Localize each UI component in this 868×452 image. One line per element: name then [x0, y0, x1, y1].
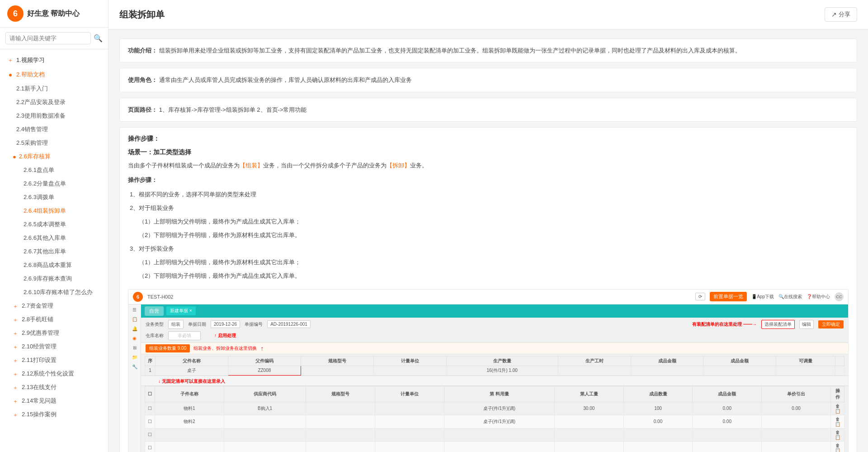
- sidebar-item-operation[interactable]: ＋ 2.10经营管理: [0, 340, 108, 353]
- plus-icon: ＋: [7, 57, 14, 63]
- path-text: 1、库存核算->库存管理->组装拆卸单 2、首页->常用功能: [159, 106, 307, 113]
- sidebar-item-faq[interactable]: ＋ 2.14常见问题: [0, 394, 108, 408]
- sidebar-item-purchase[interactable]: 2.5采购管理: [0, 136, 108, 150]
- mock-form-row1: 业务类型 组装 单据日期 2019-12-26 单据编号 AD-20191226…: [146, 320, 844, 329]
- sidebar-item-stockdivide[interactable]: 2.6.2分量盘点单: [0, 177, 108, 190]
- share-label: 分享: [839, 10, 850, 19]
- th-amount2: 成品金额: [703, 356, 776, 366]
- mock-bottom-table: ☐ 子件名称 供应商代码 规格型号 计量单位 第 料用量 第人工量 成品数量: [145, 386, 844, 452]
- mock-confirm-btn[interactable]: 立即确定: [818, 320, 844, 328]
- mock-date-label: 单据日期: [188, 321, 206, 328]
- annotation-direct-entry: ↓ 无固定清单可以直接在这里录入: [158, 379, 225, 384]
- th-parent-code: 父件编码: [228, 356, 301, 366]
- td-amount2: [703, 366, 776, 375]
- sidebar-item-payment[interactable]: ＋ 2.13在线支付: [0, 381, 108, 394]
- mock-bom-select-btn[interactable]: 选择装配清单: [761, 320, 795, 329]
- mock-tab-new[interactable]: 新建单据 ×: [166, 306, 196, 315]
- main-content: 组装拆卸单 ↗ 分享 功能介绍： 组装拆卸单用来处理企业组装或拆卸等加工业务，支…: [108, 0, 868, 452]
- search-input[interactable]: [5, 32, 91, 44]
- mock-annotation-row: 组装业务数量 9.00 组装业务、拆卸业务在这里切换 ↑: [141, 343, 848, 354]
- sidebar-item-sales[interactable]: 2.4销售管理: [0, 123, 108, 136]
- sidebar-item-stocktake[interactable]: 2.6.1盘点单: [0, 163, 108, 177]
- sidebar-item-inventory[interactable]: ● 2.6库存核算: [0, 150, 108, 163]
- sidebar-item-inother[interactable]: 2.6.6其他入库单: [0, 231, 108, 245]
- sidebar-item-newcomer[interactable]: 2.1新手入门: [0, 82, 108, 95]
- mock-bottom-table-body: ☐ 物料1 B购入1 桌子(件/1升)(调) 30.00 100: [145, 402, 844, 452]
- step1: 1、根据不同的业务，选择不同单据的类型来处理: [130, 189, 849, 200]
- function-intro-block: 功能介绍： 组装拆卸单用来处理企业组装或拆卸等加工业务，支持有固定装配清单的产品…: [119, 38, 857, 62]
- sidebar-item-inventory-label: 2.6库存核算: [19, 152, 51, 161]
- mock-main-area: 自营 新建单据 × 业务类型 组装 单据日期 2019-12-2: [141, 305, 848, 452]
- table-row: ☐🗑 📋: [145, 441, 844, 452]
- page-title: 组装拆卸单: [119, 9, 165, 21]
- sidebar-item-sysconfig[interactable]: ＋ 2.12系统个性化设置: [0, 367, 108, 381]
- sidebar-item-stockerr[interactable]: 2.6.10库存账本错了怎么办: [0, 285, 108, 299]
- th-unit2: 计量单位: [375, 386, 444, 402]
- annotation-switch: 组装业务、拆卸业务在这里切换: [193, 345, 257, 352]
- operations-section: 操作步骤： 场景一：加工类型选择 当由多个子件材料组装成一个成品的业务为【组装】…: [119, 127, 857, 452]
- mock-tab-self[interactable]: 自营: [145, 306, 164, 316]
- mock-warehouse-input[interactable]: 非必填: [168, 331, 201, 340]
- mock-form-header: 业务类型 组装 单据日期 2019-12-26 单据编号 AD-20191226…: [141, 318, 848, 343]
- share-button[interactable]: ↗ 分享: [825, 7, 857, 22]
- sidebar-item-mobile[interactable]: ＋ 2.8手机旺铺: [0, 313, 108, 326]
- sidebar-item-coupon[interactable]: ＋ 2.9优惠券管理: [0, 326, 108, 340]
- th-op: [835, 356, 844, 366]
- sidebar-item-data[interactable]: 2.3使用前数据准备: [0, 109, 108, 123]
- mock-type-label: 业务类型: [146, 321, 164, 328]
- sidebar-item-print[interactable]: ＋ 2.11打印设置: [0, 353, 108, 367]
- th-unit: 计量单位: [373, 356, 446, 366]
- mock-logo: 6: [133, 292, 143, 302]
- nav-list: ＋ 1.视频学习 ● 2.帮助文档 2.1新手入门 2.2产品安装及登录 2.3…: [0, 49, 108, 452]
- mock-btn-main: 前置单据一览: [710, 292, 747, 301]
- sidebar-item-assembly[interactable]: 2.6.4组装拆卸单: [0, 204, 108, 218]
- step3-sub1: （1）上部明细为父件明细，最终作为原材料生成其它出库单；: [139, 257, 849, 268]
- sidebar-item-docs-label: 2.帮助文档: [16, 71, 45, 79]
- sidebar-item-cases[interactable]: ＋ 2.15操作案例: [0, 408, 108, 421]
- highlight-assemble: 【组装】: [240, 162, 263, 169]
- sidebar-item-adjust[interactable]: 2.6.3调拨单: [0, 190, 108, 204]
- steps-list: 1、根据不同的业务，选择不同单据的类型来处理 2、对于组装业务 （1）上部明细为…: [130, 189, 849, 282]
- role-text: 通常由生产人员或库管人员完成拆装业务的操作，库管人员确认原材料的出库和产成品的入…: [159, 76, 412, 83]
- logo-icon: 6: [7, 5, 24, 22]
- sidebar-item-capital[interactable]: ＋ 2.7资金管理: [0, 299, 108, 313]
- sidebar-item-operation-label: 2.10经营管理: [22, 343, 57, 351]
- sidebar-item-print-label: 2.11打印设置: [22, 356, 57, 364]
- th-spec2: 规格型号: [306, 386, 375, 402]
- plus-icon-capital: ＋: [13, 303, 19, 309]
- step3-sub: （1）上部明细为父件明细，最终作为原材料生成其它出库单； （2）下部明细为子件明…: [139, 257, 849, 282]
- mock-divider: ↓ 无固定清单可以直接在这里录入: [141, 376, 848, 386]
- sidebar-item-outother[interactable]: 2.6.7其他出库单: [0, 245, 108, 258]
- nav-section-videos: ＋ 1.视频学习: [0, 53, 108, 67]
- sidebar-item-docs[interactable]: ● 2.帮助文档: [0, 67, 108, 82]
- highlight-disassemble: 【拆卸】: [387, 162, 410, 169]
- table-row: ☐ 物料2 桌子(件/1升)(调) 0.00: [145, 415, 844, 428]
- plus-icon-operation: ＋: [13, 343, 19, 350]
- mock-app-id: TEST-H002: [147, 294, 173, 300]
- plus-icon-cases: ＋: [13, 411, 19, 418]
- step2-sub1: （1）上部明细为父件明细，最终作为产成品生成其它入库单；: [139, 216, 849, 228]
- table-row: ☐ 物料1 B购入1 桌子(件/1升)(调) 30.00 100: [145, 402, 844, 415]
- th-parent-name: 父件名称: [156, 356, 228, 366]
- th-hours: 生产工时: [558, 356, 631, 366]
- sidebar-item-videos[interactable]: ＋ 1.视频学习: [0, 53, 108, 67]
- mock-code-value: AD-20191226-001: [267, 320, 311, 328]
- sidebar-item-install[interactable]: 2.2产品安装及登录: [0, 95, 108, 109]
- step2: 2、对于组装业务: [130, 202, 849, 214]
- mock-edit-btn[interactable]: 编辑: [799, 320, 814, 329]
- minus-icon-inventory: ●: [13, 153, 16, 160]
- mock-type-value: 组装: [168, 320, 184, 329]
- sidebar-item-goodscost[interactable]: 2.6.8商品成本重算: [0, 258, 108, 272]
- sidebar-item-costadj[interactable]: 2.6.5成本调整单: [0, 218, 108, 231]
- scenario1-title: 场景一：加工类型选择: [128, 148, 849, 157]
- step3: 3、对于拆装业务: [130, 243, 849, 255]
- search-icon[interactable]: 🔍: [94, 34, 103, 43]
- main-header: 组装拆卸单 ↗ 分享: [108, 0, 868, 29]
- th-unit-price: 单价引出: [762, 386, 831, 402]
- plus-icon-payment: ＋: [13, 384, 19, 390]
- th-child-name: 子件名称: [155, 386, 224, 402]
- minus-icon: ●: [7, 71, 14, 78]
- sidebar-item-payment-label: 2.13在线支付: [22, 383, 57, 391]
- sidebar-item-stockcheck[interactable]: 2.6.9库存账本查询: [0, 272, 108, 285]
- th-finish-qty: 成品数量: [623, 386, 693, 402]
